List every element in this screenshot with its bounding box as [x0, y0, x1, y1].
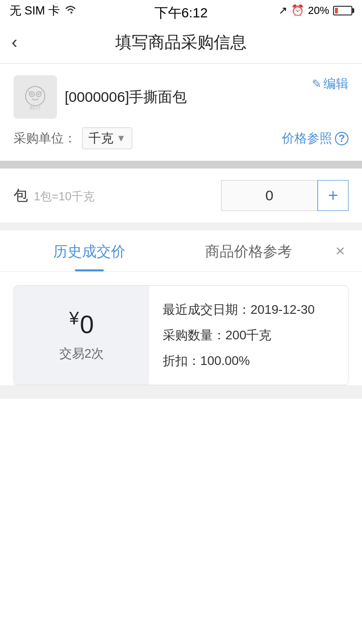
nav-bar: ‹ 填写商品采购信息 [0, 21, 362, 64]
price-value: 0 [80, 311, 94, 339]
history-details: 最近成交日期：2019-12-30 采购数量：200千克 折扣：100.00% [149, 286, 348, 385]
edit-label: 编辑 [323, 75, 348, 92]
alarm-icon: ⏰ [291, 4, 304, 17]
discount-label: 折扣： [163, 353, 200, 368]
quantity-unit-label: 包 [14, 186, 28, 206]
quantity-hint: 1包=10千克 [34, 189, 95, 204]
back-icon: ‹ [12, 32, 17, 52]
bottom-area [0, 399, 362, 644]
quantity-label-wrap: 包 1包=10千克 [14, 186, 95, 206]
price-ref-label: 价格参照 [282, 130, 332, 147]
status-bar: 无 SIM 卡 下午6:12 ↗ ⏰ 20% [0, 0, 362, 21]
quantity-input-wrap: + [221, 180, 348, 211]
quantity-input[interactable] [221, 180, 318, 211]
purchase-qty-row: 采购数量：200千克 [163, 326, 334, 345]
product-unit-row: 采购单位： 千克 ▼ 价格参照 ? [14, 127, 348, 149]
discount-value: 100.00% [200, 353, 250, 368]
carrier-text: 无 SIM 卡 [10, 3, 60, 18]
product-title: 手撕面包 [129, 89, 187, 105]
edit-icon: ✎ [312, 77, 321, 91]
dropdown-arrow-icon: ▼ [116, 133, 126, 144]
wifi-icon [64, 4, 77, 17]
status-time: 下午6:12 [154, 4, 208, 22]
history-price-display: ¥0 [70, 308, 94, 339]
product-card: 鲜计 [0000006]手撕面包 ✎ 编辑 采购单位： 千克 ▼ 价格参照 ? [0, 64, 362, 161]
quantity-detail-value: 200千克 [225, 328, 271, 342]
product-name: [0000006]手撕面包 [65, 87, 187, 107]
status-right: ↗ ⏰ 20% [278, 4, 352, 17]
back-button[interactable]: ‹ [12, 32, 17, 53]
unit-label: 采购单位： [14, 130, 76, 147]
location-icon: ↗ [278, 4, 287, 17]
history-card: ¥0 交易2次 最近成交日期：2019-12-30 采购数量：200千克 折扣：… [14, 285, 348, 385]
svg-text:鲜计: 鲜计 [29, 104, 41, 111]
unit-select[interactable]: 千克 ▼ [82, 127, 132, 149]
product-header: 鲜计 [0000006]手撕面包 ✎ 编辑 [14, 75, 348, 119]
history-price-block: ¥0 交易2次 [14, 286, 149, 385]
product-id: [0000006] [65, 89, 129, 105]
tabs-close-button[interactable]: × [328, 239, 352, 263]
svg-point-4 [38, 93, 40, 95]
quantity-detail-label: 采购数量： [163, 328, 225, 342]
svg-point-0 [26, 86, 45, 106]
quantity-row: 包 1包=10千克 + [0, 168, 362, 223]
product-left: 鲜计 [0000006]手撕面包 [14, 75, 187, 119]
tab-history-label: 历史成交价 [53, 243, 125, 259]
history-trades-label: 交易2次 [59, 345, 104, 362]
quantity-plus-button[interactable]: + [318, 180, 348, 211]
recent-date-row: 最近成交日期：2019-12-30 [163, 300, 334, 319]
currency-symbol: ¥ [70, 308, 79, 328]
tabs-header: 历史成交价 商品价格参考 × [0, 230, 362, 272]
plus-icon: + [328, 185, 338, 206]
discount-row: 折扣：100.00% [163, 351, 334, 370]
status-left: 无 SIM 卡 [10, 3, 77, 18]
tabs-section: 历史成交价 商品价格参考 × ¥0 交易2次 最近成交日期：2019-12-30… [0, 230, 362, 385]
edit-button[interactable]: ✎ 编辑 [312, 75, 348, 92]
close-icon: × [335, 241, 345, 260]
battery-percent: 20% [308, 4, 329, 17]
tab-history-price[interactable]: 历史成交价 [10, 230, 169, 271]
price-ref-button[interactable]: 价格参照 ? [282, 130, 348, 147]
tab-reference-label: 商品价格参考 [205, 243, 292, 259]
gray-divider [0, 161, 362, 168]
battery-icon [333, 6, 352, 15]
product-image: 鲜计 [14, 75, 57, 119]
page-title: 填写商品采购信息 [115, 31, 247, 54]
recent-date-label: 最近成交日期： [163, 302, 251, 317]
recent-date-value: 2019-12-30 [251, 302, 315, 317]
svg-point-3 [31, 93, 33, 95]
help-icon: ? [335, 132, 348, 145]
unit-value: 千克 [88, 130, 113, 147]
tab-price-reference[interactable]: 商品价格参考 [169, 230, 328, 271]
